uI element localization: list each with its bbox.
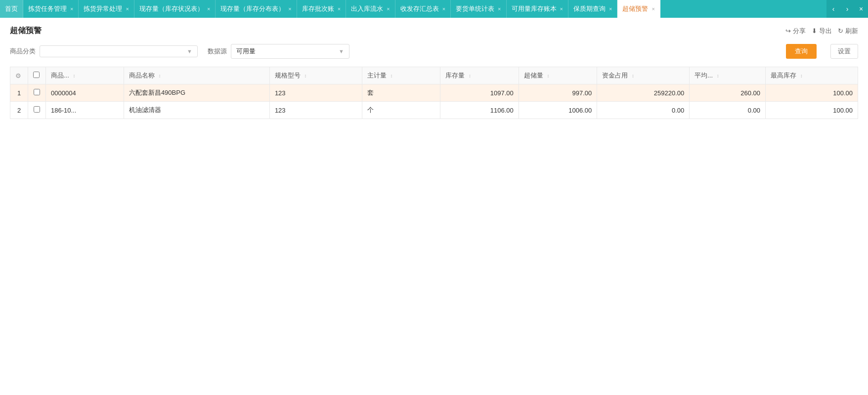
nav-item-avail[interactable]: 可用量库存账本 × [507,0,568,18]
nav-label-exception: 拣货异常处理 [84,4,122,13]
row-checkbox-cell [28,102,46,119]
col-gear: ⚙ [10,67,28,84]
row-code: 0000004 [46,84,124,102]
col-unit-header[interactable]: 主计量 ↕ [362,67,440,84]
col-avg-header[interactable]: 平均... ↕ [690,67,766,84]
row-checkbox[interactable] [34,106,40,113]
row-unit: 个 [362,102,440,119]
sort-icon-stock: ↕ [469,73,471,79]
gear-icon[interactable]: ⚙ [15,72,21,79]
nav-label-home: 首页 [5,4,18,13]
nav-item-overstock[interactable]: 超储预警 × [617,0,660,18]
nav-close-task[interactable]: × [70,6,73,12]
sort-icon-avg: ↕ [717,73,719,79]
nav-close-exception[interactable]: × [126,6,129,12]
page-title: 超储预警 [10,26,42,36]
select-all-checkbox[interactable] [33,72,40,78]
nav-label-req-stat: 要货单统计表 [456,4,494,13]
sort-icon-maxstock: ↕ [800,73,803,79]
nav-close-stock-status[interactable]: × [207,6,210,12]
row-checkbox-cell [28,84,46,102]
row-maxstock: 100.00 [766,102,858,119]
col-maxstock-header[interactable]: 最高库存 ↕ [766,67,858,84]
row-stock: 1097.00 [440,84,519,102]
refresh-button[interactable]: ↻ 刷新 [838,27,858,36]
nav-item-stock-status[interactable]: 现存量（库存状况表） × [134,0,216,18]
page-header: 超储预警 ↪ 分享 ⬇ 导出 ↻ 刷新 [10,26,858,36]
row-name: 六配套新昌490BPG [124,84,269,102]
col-spec-header[interactable]: 规格型号 ↕ [269,67,362,84]
col-code-header[interactable]: 商品... ↕ [46,67,124,84]
filter-row: 商品分类 ▼ 数据源 可用量 ▼ 查询 设置 [10,44,858,59]
col-overstock-header[interactable]: 超储量 ↕ [519,67,597,84]
row-capital: 0.00 [597,102,690,119]
table-row: 2 186-10... 机油滤清器 123 个 1106.00 1006.00 … [10,102,858,119]
category-dropdown-icon: ▼ [187,48,192,54]
nav-close-stock-dist[interactable]: × [288,6,291,12]
col-name-header[interactable]: 商品名称 ↕ [124,67,269,84]
nav-close-avail[interactable]: × [560,6,563,12]
nav-item-task[interactable]: 拣货任务管理 × [23,0,79,18]
nav-item-req-stat[interactable]: 要货单统计表 × [451,0,506,18]
nav-close-req-stat[interactable]: × [498,6,501,12]
nav-next-button[interactable]: › [840,0,854,18]
top-navigation: 首页 拣货任务管理 × 拣货异常处理 × 现存量（库存状况表） × 现存量（库存… [0,0,868,18]
row-seq: 2 [10,102,28,119]
row-spec: 123 [269,84,362,102]
row-unit: 套 [362,84,440,102]
table-row: 1 0000004 六配套新昌490BPG 123 套 1097.00 997.… [10,84,858,102]
row-checkbox[interactable] [34,89,40,95]
col-checkbox-header [28,67,46,84]
export-icon: ⬇ [812,27,817,35]
header-actions: ↪ 分享 ⬇ 导出 ↻ 刷新 [785,27,858,36]
row-seq: 1 [10,84,28,102]
nav-item-summary[interactable]: 收发存汇总表 × [395,0,451,18]
col-capital-header[interactable]: 资金占用 ↕ [597,67,690,84]
nav-label-expiry: 保质期查询 [573,4,606,13]
nav-label-stock-status: 现存量（库存状况表） [139,4,204,13]
refresh-label: 刷新 [845,27,858,36]
datasource-select[interactable]: 可用量 ▼ [231,44,349,59]
nav-item-stock-dist[interactable]: 现存量（库存分布表） × [216,0,297,18]
nav-close-all-button[interactable]: × [854,0,868,18]
category-label: 商品分类 [10,47,36,56]
datasource-dropdown-icon: ▼ [339,48,344,54]
datasource-label: 数据源 [208,47,227,56]
export-button[interactable]: ⬇ 导出 [812,27,832,36]
nav-close-expiry[interactable]: × [609,6,612,12]
row-code: 186-10... [46,102,124,119]
category-select[interactable]: ▼ [40,45,198,57]
nav-label-avail: 可用量库存账本 [512,4,557,13]
row-overstock: 997.00 [519,84,597,102]
sort-icon-unit: ↕ [390,73,392,79]
nav-label-flow: 出入库流水 [351,4,383,13]
share-label: 分享 [793,27,806,36]
nav-close-summary[interactable]: × [442,6,445,12]
row-avg: 260.00 [690,84,766,102]
nav-label-task: 拣货任务管理 [28,4,67,13]
nav-item-batch[interactable]: 库存批次账 × [297,0,346,18]
nav-prev-button[interactable]: ‹ [826,0,840,18]
row-avg: 0.00 [690,102,766,119]
nav-item-exception[interactable]: 拣货异常处理 × [79,0,134,18]
settings-button[interactable]: 设置 [830,44,858,59]
category-filter-group: 商品分类 ▼ [10,45,198,57]
nav-item-flow[interactable]: 出入库流水 × [346,0,395,18]
share-button[interactable]: ↪ 分享 [785,27,806,36]
nav-close-batch[interactable]: × [338,6,341,12]
nav-close-flow[interactable]: × [387,6,390,12]
nav-close-overstock[interactable]: × [651,6,654,12]
row-name: 机油滤清器 [124,102,269,119]
datasource-filter-group: 数据源 可用量 ▼ [208,44,349,59]
data-table: ⚙ 商品... ↕ 商品名称 ↕ 规格型号 ↕ 主计量 [10,67,858,119]
sort-icon-spec: ↕ [304,73,307,79]
nav-item-home[interactable]: 首页 [0,0,23,18]
nav-item-expiry[interactable]: 保质期查询 × [568,0,617,18]
nav-arrows-container: ‹ › × [826,0,868,18]
query-button[interactable]: 查询 [786,44,817,59]
sort-icon-code: ↕ [73,73,75,79]
col-stock-header[interactable]: 库存量 ↕ [440,67,519,84]
sort-icon-name: ↕ [159,73,161,79]
row-stock: 1106.00 [440,102,519,119]
row-maxstock: 100.00 [766,84,858,102]
